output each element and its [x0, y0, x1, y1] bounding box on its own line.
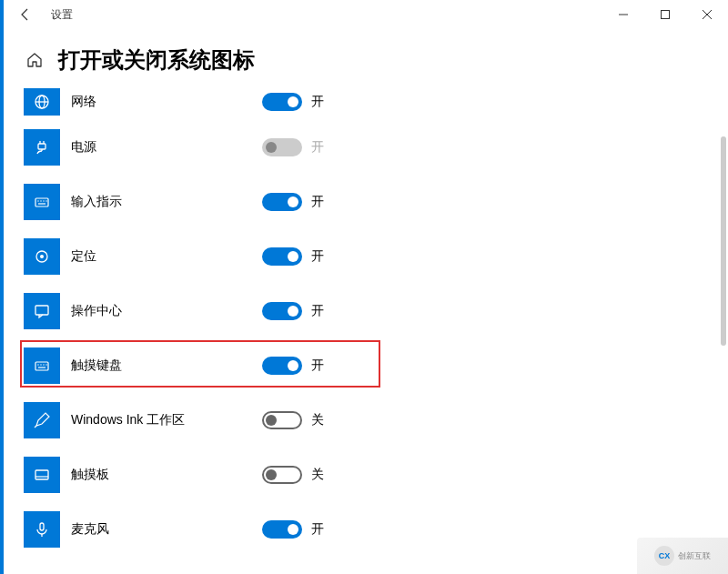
- svg-point-23: [43, 364, 44, 365]
- toggle-touch-keyboard[interactable]: [262, 357, 302, 375]
- svg-rect-1: [662, 11, 670, 19]
- close-button[interactable]: [686, 0, 728, 29]
- svg-point-14: [43, 200, 44, 201]
- svg-point-13: [40, 200, 41, 201]
- svg-point-24: [46, 364, 46, 365]
- maximize-icon: [661, 10, 670, 19]
- setting-label-location: 定位: [71, 248, 262, 265]
- svg-point-12: [37, 200, 38, 201]
- svg-rect-19: [35, 306, 48, 315]
- setting-row-touchpad: 触摸板关: [24, 448, 728, 502]
- toggle-state-text-touch-keyboard: 开: [311, 357, 324, 374]
- chat-icon: [24, 293, 60, 329]
- toggle-network[interactable]: [262, 93, 302, 111]
- touchpad-icon: [24, 457, 60, 493]
- setting-row-touch-keyboard: 触摸键盘开: [24, 338, 728, 393]
- watermark-text: 创新互联: [678, 550, 711, 562]
- toggle-state-text-microphone: 开: [311, 521, 324, 538]
- svg-point-15: [46, 200, 46, 201]
- back-button[interactable]: [4, 0, 47, 29]
- minimize-button[interactable]: [602, 0, 644, 29]
- target-icon: [24, 238, 60, 275]
- toggle-microphone[interactable]: [262, 520, 302, 539]
- svg-point-21: [37, 364, 38, 365]
- home-icon[interactable]: [25, 51, 44, 69]
- page-title: 打开或关闭系统图标: [58, 45, 255, 75]
- setting-row-windows-ink: Windows Ink 工作区关: [24, 393, 728, 448]
- toggle-state-text-touchpad: 关: [311, 467, 324, 483]
- setting-row-location: 定位开: [24, 229, 728, 284]
- watermark-logo: CX: [654, 546, 674, 566]
- pen-icon: [24, 402, 60, 438]
- arrow-left-icon: [18, 7, 33, 22]
- toggle-state-text-power: 开: [311, 139, 324, 156]
- svg-rect-20: [35, 362, 48, 370]
- app-title: 设置: [51, 7, 73, 23]
- setting-label-action-center: 操作中心: [71, 303, 262, 319]
- setting-label-touch-keyboard: 触摸键盘: [71, 357, 262, 374]
- mic-icon: [24, 511, 60, 548]
- setting-row-action-center: 操作中心开: [24, 284, 728, 338]
- minimize-icon: [619, 10, 628, 19]
- power-cord-icon: [24, 129, 60, 166]
- maximize-button[interactable]: [644, 0, 686, 29]
- setting-label-windows-ink: Windows Ink 工作区: [71, 412, 262, 428]
- toggle-state-text-windows-ink: 关: [311, 412, 324, 428]
- toggle-action-center[interactable]: [262, 302, 302, 320]
- svg-point-18: [40, 255, 44, 258]
- toggle-touchpad[interactable]: [262, 466, 302, 484]
- svg-point-22: [40, 364, 41, 365]
- toggle-power: [262, 138, 302, 156]
- svg-rect-11: [35, 198, 48, 206]
- toggle-location[interactable]: [262, 247, 302, 266]
- svg-rect-28: [40, 523, 44, 530]
- toggle-state-text-location: 开: [311, 248, 324, 265]
- setting-row-power: 电源开: [24, 120, 728, 175]
- close-icon: [703, 10, 712, 19]
- setting-label-power: 电源: [71, 139, 262, 156]
- setting-row-input-indicator: 输入指示开: [24, 175, 728, 229]
- setting-label-touchpad: 触摸板: [71, 467, 262, 483]
- toggle-input-indicator[interactable]: [262, 193, 302, 211]
- svg-rect-26: [35, 470, 48, 479]
- watermark: CX 创新互联: [637, 538, 728, 574]
- setting-label-input-indicator: 输入指示: [71, 194, 262, 210]
- scrollbar[interactable]: [721, 136, 726, 346]
- setting-row-network: 网络开: [24, 84, 728, 120]
- toggle-state-text-input-indicator: 开: [311, 194, 324, 210]
- toggle-state-text-action-center: 开: [311, 303, 324, 319]
- svg-rect-7: [38, 144, 46, 149]
- globe-icon: [24, 88, 60, 116]
- keyboard-icon: [24, 347, 60, 384]
- setting-label-microphone: 麦克风: [71, 521, 262, 538]
- toggle-state-text-network: 开: [311, 94, 324, 110]
- setting-label-network: 网络: [71, 94, 262, 110]
- toggle-windows-ink[interactable]: [262, 411, 302, 429]
- keyboard-icon: [24, 184, 60, 220]
- setting-row-microphone: 麦克风开: [24, 502, 728, 557]
